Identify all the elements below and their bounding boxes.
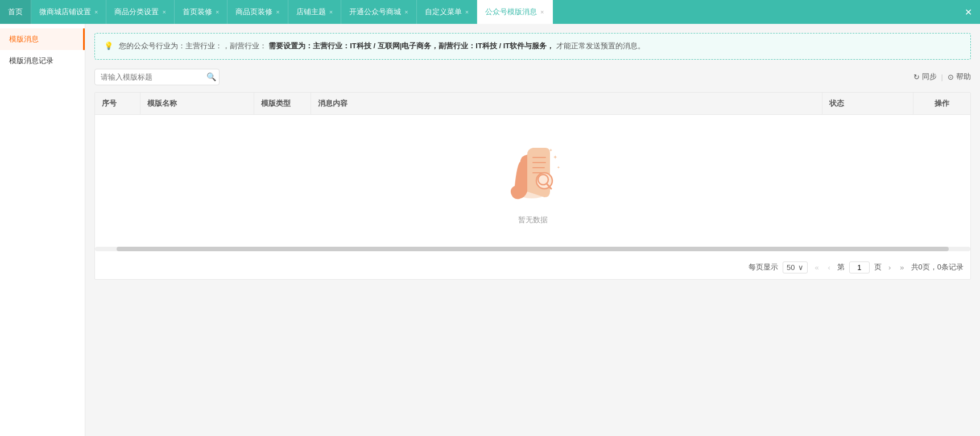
close-tab-custom-menu[interactable]: ×	[465, 9, 469, 15]
scrollbar-thumb[interactable]	[117, 247, 948, 251]
sync-icon: ↻	[913, 73, 920, 81]
tab-category-settings[interactable]: 商品分类设置 ×	[106, 0, 174, 24]
search-actions: ↻ 同步 | ⊙ 帮助	[913, 72, 971, 82]
sidebar: 模版消息 模版消息记录	[0, 24, 85, 436]
help-icon: ⊙	[948, 73, 954, 81]
pagination: 每页显示 50 ∨ « ‹ 第 页 › » 共0页，0条记录	[95, 256, 970, 279]
close-tab-category-settings[interactable]: ×	[162, 9, 166, 15]
tab-product-decor[interactable]: 商品页装修 ×	[228, 0, 288, 24]
svg-text:✦: ✦	[553, 154, 557, 160]
help-button[interactable]: ⊙ 帮助	[948, 72, 971, 82]
horizontal-scrollbar[interactable]	[95, 247, 970, 251]
svg-text:✦: ✦	[557, 165, 560, 169]
page-size-select[interactable]: 50 ∨	[783, 261, 808, 273]
last-page-button[interactable]: »	[898, 262, 906, 273]
content-area: 💡 您的公众号行业为：主营行业：，副营行业： 需要设置为：主营行业：IT科技 /…	[85, 24, 980, 436]
data-table: 序号 模版名称 模版类型 消息内容 状态 操作	[94, 92, 971, 280]
col-header-type: 模版类型	[254, 93, 311, 114]
top-nav: 首页 微商城店铺设置 × 商品分类设置 × 首页装修 × 商品页装修 × 店铺主…	[0, 0, 980, 24]
close-tab-shop-theme[interactable]: ×	[329, 9, 333, 15]
sidebar-item-template-msg[interactable]: 模版消息	[0, 28, 85, 50]
prev-page-button[interactable]: ‹	[826, 262, 833, 273]
svg-text:✦: ✦	[549, 148, 553, 153]
close-tab-shop-settings[interactable]: ×	[94, 9, 98, 15]
sidebar-item-template-msg-log[interactable]: 模版消息记录	[0, 50, 85, 72]
close-all-button[interactable]: ✕	[957, 7, 980, 18]
first-page-button[interactable]: «	[812, 262, 821, 273]
close-tab-open-mall[interactable]: ×	[404, 9, 408, 15]
notice-box: 💡 您的公众号行业为：主营行业：，副营行业： 需要设置为：主营行业：IT科技 /…	[94, 33, 971, 60]
tab-open-mall[interactable]: 开通公众号商城 ×	[341, 0, 416, 24]
col-header-action: 操作	[913, 93, 970, 114]
empty-illustration: ✦ ✦ ✦	[499, 138, 567, 206]
search-bar: 🔍 ↻ 同步 | ⊙ 帮助	[94, 69, 971, 85]
close-tab-home-decor[interactable]: ×	[216, 9, 219, 15]
bulb-icon: 💡	[104, 41, 113, 50]
total-info: 共0页，0条记录	[911, 262, 964, 272]
next-page-button[interactable]: ›	[886, 262, 893, 273]
search-field-wrapper: 🔍	[94, 69, 220, 85]
close-tab-product-decor[interactable]: ×	[276, 9, 279, 15]
tab-shop-settings[interactable]: 微商城店铺设置 ×	[31, 0, 106, 24]
table-header: 序号 模版名称 模版类型 消息内容 状态 操作	[95, 93, 970, 115]
col-header-seq: 序号	[95, 93, 140, 114]
search-input[interactable]	[95, 69, 202, 85]
chevron-down-icon: ∨	[798, 263, 804, 272]
search-icon[interactable]: 🔍	[202, 72, 220, 81]
tab-home[interactable]: 首页	[0, 0, 31, 24]
tab-custom-menu[interactable]: 自定义菜单 ×	[417, 0, 477, 24]
empty-state: ✦ ✦ ✦ 暂无数据	[95, 115, 970, 242]
col-header-content: 消息内容	[311, 93, 822, 114]
tab-template-msg[interactable]: 公众号模版消息 ×	[477, 0, 552, 24]
close-tab-template-msg[interactable]: ×	[540, 9, 544, 15]
divider: |	[941, 73, 943, 81]
tab-shop-theme[interactable]: 店铺主题 ×	[288, 0, 341, 24]
empty-text: 暂无数据	[518, 215, 548, 225]
main-layout: 模版消息 模版消息记录 💡 您的公众号行业为：主营行业：，副营行业： 需要设置为…	[0, 24, 980, 436]
page-number-input[interactable]	[849, 261, 870, 273]
sync-button[interactable]: ↻ 同步	[913, 72, 937, 82]
col-header-name: 模版名称	[140, 93, 254, 114]
col-header-status: 状态	[822, 93, 913, 114]
tab-home-decor[interactable]: 首页装修 ×	[175, 0, 228, 24]
